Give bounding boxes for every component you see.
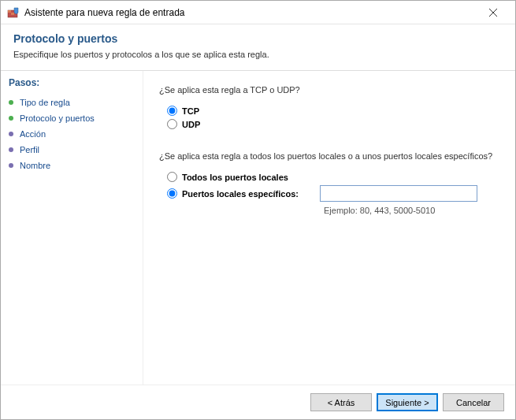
wizard-header: Protocolo y puertos Especifique los puer… [1,24,515,71]
titlebar: Asistente para nueva regla de entrada [1,1,515,24]
protocol-question: ¿Se aplica esta regla a TCP o UDP? [159,85,499,95]
step-name[interactable]: Nombre [9,158,135,173]
ports-radio-group: Todos los puertos locales Puertos locale… [167,170,499,215]
specific-ports-input[interactable] [320,185,477,202]
protocol-udp-row[interactable]: UDP [167,117,499,131]
page-subtitle: Especifique los puertos y protocolos a l… [13,50,503,59]
page-title: Protocolo y puertos [13,32,503,45]
window-title: Asistente para nueva regla de entrada [24,7,477,18]
firewall-icon [7,6,20,19]
radio-udp-label: UDP [182,120,200,129]
steps-heading: Pasos: [9,77,135,88]
radio-specific-ports[interactable] [167,188,177,199]
step-label: Perfil [20,145,39,154]
wizard-content: ¿Se aplica esta regla a TCP o UDP? TCP U… [143,71,515,385]
radio-all-ports-label: Todos los puertos locales [182,173,288,182]
ports-all-row[interactable]: Todos los puertos locales [167,170,499,184]
steps-list: Tipo de regla Protocolo y puertos Acción… [9,95,135,173]
steps-sidebar: Pasos: Tipo de regla Protocolo y puertos… [1,71,143,385]
bullet-icon [9,147,13,152]
bullet-icon [9,116,13,121]
radio-tcp-label: TCP [182,106,199,116]
protocol-tcp-row[interactable]: TCP [167,104,499,117]
wizard-footer: < Atrás Siguiente > Cancelar [1,385,515,419]
bullet-icon [9,132,13,136]
step-rule-type[interactable]: Tipo de regla [9,95,135,110]
radio-specific-ports-label: Puertos locales específicos: [182,189,320,199]
svg-rect-1 [8,10,11,13]
radio-udp[interactable] [167,119,177,129]
close-icon [489,9,497,17]
close-button[interactable] [477,2,509,24]
step-label: Acción [20,129,46,139]
bullet-icon [9,163,13,168]
next-button[interactable]: Siguiente > [377,393,438,411]
protocol-radio-group: TCP UDP [167,104,499,131]
wizard-body: Pasos: Tipo de regla Protocolo y puertos… [1,71,515,385]
step-label: Tipo de regla [20,98,70,107]
ports-example-text: Ejemplo: 80, 443, 5000-5010 [324,206,499,215]
wizard-window: Asistente para nueva regla de entrada Pr… [0,0,516,420]
radio-tcp[interactable] [167,106,177,116]
svg-rect-2 [11,13,14,15]
step-label: Protocolo y puertos [20,113,95,123]
step-action[interactable]: Acción [9,126,135,142]
step-protocol-ports[interactable]: Protocolo y puertos [9,110,135,126]
radio-all-ports[interactable] [167,172,177,182]
step-profile[interactable]: Perfil [9,142,135,158]
ports-question: ¿Se aplica esta regla a todos los puerto… [159,151,499,161]
bullet-icon [9,100,13,105]
ports-specific-row: Puertos locales específicos: [167,184,499,203]
cancel-button[interactable]: Cancelar [443,393,504,411]
step-label: Nombre [20,161,50,170]
back-button[interactable]: < Atrás [310,393,372,411]
